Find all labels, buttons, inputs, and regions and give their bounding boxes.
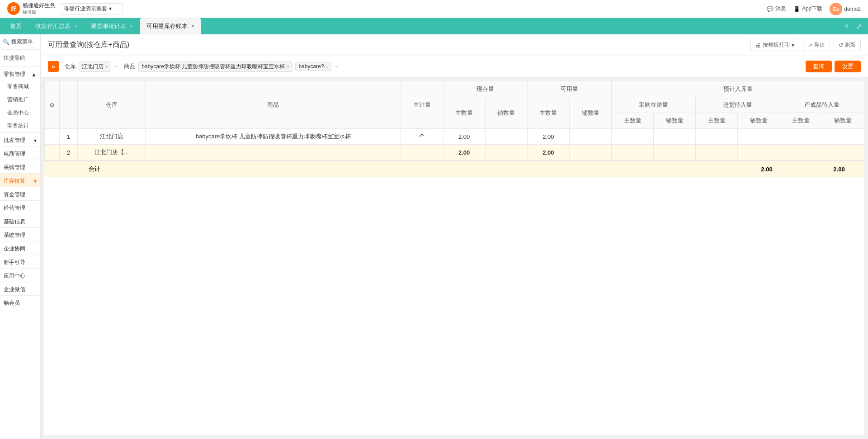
filter-toggle-button[interactable]: » bbox=[48, 61, 59, 72]
row1-pur-transit-main bbox=[612, 129, 654, 145]
logo-sub: 标准版 bbox=[23, 9, 55, 15]
product-filter-more[interactable]: ··· bbox=[334, 63, 339, 70]
col-settings-header[interactable]: ⚙ bbox=[45, 81, 60, 129]
tab-available-inventory-close[interactable]: × bbox=[191, 23, 194, 29]
message-label: 消息 bbox=[775, 5, 786, 13]
sidebar-item-member-center[interactable]: 会员中心 bbox=[0, 106, 40, 119]
main-layout: 🔍 搜索菜单 快捷导航 零售管理 ▲ 零售商城 营销推广 会员中心 零售统计 批… bbox=[0, 34, 868, 439]
product-filter-value-1: babycare学饮杯 儿童防摔防撞吸管杯重力球吸嘴杯宝宝水杯 bbox=[142, 63, 285, 71]
refresh-label: 刷新 bbox=[845, 41, 856, 49]
chevron-up-icon: ▲ bbox=[31, 71, 37, 78]
print-button[interactable]: 🖨 按模板打印 ▾ bbox=[750, 39, 799, 51]
row1-inbound-main bbox=[696, 129, 738, 145]
tab-available-inventory[interactable]: 可用量库存账本 × bbox=[140, 18, 201, 34]
product-filter-group: 商品 babycare学饮杯 儿童防摔防撞吸管杯重力球吸嘴杯宝宝水杯 × bab… bbox=[124, 61, 339, 72]
table-row: 2 江北门店【... 2.00 2.00 bbox=[45, 145, 864, 160]
sidebar-section-basic-header[interactable]: 基础信息 bbox=[0, 214, 40, 227]
sidebar-item-marketing[interactable]: 营销推广 bbox=[0, 93, 40, 106]
app-download-label: App下载 bbox=[802, 5, 822, 13]
product-filter-tag-2[interactable]: babycare?... bbox=[295, 62, 331, 71]
table-body: 1 江北门店 babycare学饮杯 儿童防摔防撞吸管杯重力球吸嘴杯宝宝水杯 个… bbox=[45, 129, 864, 160]
table-settings-icon[interactable]: ⚙ bbox=[49, 102, 55, 109]
sidebar-section-ecommerce: 电商管理 bbox=[0, 146, 40, 160]
sidebar-section-newbie-header[interactable]: 新手引导 bbox=[0, 255, 40, 268]
filter-toggle-icon: » bbox=[52, 63, 55, 70]
page-title: 可用量查询(按仓库+商品) bbox=[48, 40, 129, 50]
user-profile[interactable]: Ea demo2 bbox=[830, 3, 861, 15]
sidebar-section-operation: 经营管理 bbox=[0, 201, 40, 214]
sidebar-section-ecommerce-label: 电商管理 bbox=[4, 150, 25, 158]
sidebar-section-inventory-header[interactable]: 库存核算 ▾ bbox=[0, 174, 40, 187]
col-avail-aux-header: 辅数量 bbox=[569, 97, 611, 129]
sidebar-section-wholesale-label: 批发管理 bbox=[4, 137, 25, 144]
sidebar-item-retail-mall[interactable]: 零售商城 bbox=[0, 80, 40, 93]
row2-pur-transit-aux bbox=[654, 145, 696, 160]
col-available-header: 可用量 bbox=[527, 81, 611, 97]
tab-income-expense-close[interactable]: × bbox=[74, 23, 77, 29]
sidebar-section-operation-label: 经营管理 bbox=[4, 204, 25, 212]
sidebar-section-wholesale-header[interactable]: 批发管理 ▾ bbox=[0, 133, 40, 146]
sidebar-search[interactable]: 🔍 搜索菜单 bbox=[0, 34, 40, 50]
filter-area: » 仓库 江北门店 × ··· 商品 babycare学饮杯 儿童防摔防撞吸管杯… bbox=[41, 56, 868, 77]
logo-text: 畅捷通好生意 bbox=[23, 2, 55, 9]
refresh-button[interactable]: ↺ 刷新 bbox=[834, 39, 861, 51]
table-footer: 合计 2.00 2.00 bbox=[44, 160, 864, 177]
tab-bar: 首页 收发存汇总表 × 要货单统计表 × 可用量库存账本 × × ⤢ bbox=[0, 18, 868, 34]
warehouse-filter-close-icon[interactable]: × bbox=[105, 64, 108, 69]
close-window-icon[interactable]: × bbox=[842, 21, 851, 31]
sidebar-section-finance-header[interactable]: 资金管理 bbox=[0, 187, 40, 200]
sidebar-section-system-header[interactable]: 系统管理 bbox=[0, 228, 40, 241]
row1-avail-aux bbox=[569, 129, 611, 145]
sidebar-section-enterprise-header[interactable]: 企业协同 bbox=[0, 241, 40, 255]
sidebar-search-label: 搜索菜单 bbox=[11, 38, 33, 46]
product-filter-tag-1[interactable]: babycare学饮杯 儿童防摔防撞吸管杯重力球吸嘴杯宝宝水杯 × bbox=[138, 61, 292, 72]
table-header: ⚙ 仓库 商品 主计量 现存量 bbox=[45, 81, 864, 129]
sidebar-section-enterprise: 企业协同 bbox=[0, 241, 40, 255]
row2-pur-transit-main bbox=[612, 145, 654, 160]
product-filter-value-2: babycare?... bbox=[298, 63, 328, 70]
sidebar-section-enterprise-wechat-header[interactable]: 企业微信 bbox=[0, 282, 40, 295]
industry-selector[interactable]: 母婴行业演示账套 ▾ bbox=[60, 3, 123, 14]
tab-home-label: 首页 bbox=[10, 22, 22, 30]
sidebar-section-enterprise-label: 企业协同 bbox=[4, 245, 25, 253]
sidebar-section-ecommerce-header[interactable]: 电商管理 bbox=[0, 146, 40, 160]
sidebar-section-app-center: 应用中心 bbox=[0, 269, 40, 282]
sidebar-section-purchase-label: 采购管理 bbox=[4, 164, 25, 171]
sidebar-section-member-header[interactable]: 畅会员 bbox=[0, 296, 40, 309]
export-button[interactable]: ↗ 导出 bbox=[803, 39, 830, 51]
logo-text-area: 畅捷通好生意 标准版 bbox=[23, 2, 55, 15]
search-icon: 🔍 bbox=[3, 39, 9, 45]
app-download-button[interactable]: 📱 App下载 bbox=[793, 5, 822, 13]
query-button[interactable]: 查询 bbox=[806, 61, 832, 72]
page-actions: 🖨 按模板打印 ▾ ↗ 导出 ↺ 刷新 bbox=[750, 39, 861, 51]
sidebar-section-wholesale: 批发管理 ▾ bbox=[0, 133, 40, 146]
content-area: 可用量查询(按仓库+商品) 🖨 按模板打印 ▾ ↗ 导出 ↺ 刷新 bbox=[41, 34, 868, 439]
col-pur-transit-aux: 辅数量 bbox=[654, 113, 696, 129]
sidebar-item-quick-nav[interactable]: 快捷导航 bbox=[0, 52, 40, 65]
warehouse-filter-tag[interactable]: 江北门店 × bbox=[79, 61, 111, 72]
sidebar-item-retail-stats[interactable]: 零售统计 bbox=[0, 119, 40, 132]
sidebar-section-newbie-label: 新手引导 bbox=[4, 259, 25, 266]
sidebar-section-retail-header[interactable]: 零售管理 ▲ bbox=[0, 67, 40, 80]
sidebar-section-app-center-header[interactable]: 应用中心 bbox=[0, 269, 40, 282]
sidebar-section-operation-header[interactable]: 经营管理 bbox=[0, 201, 40, 214]
product-filter-label: 商品 bbox=[124, 62, 136, 71]
tab-order-stats-close[interactable]: × bbox=[130, 23, 133, 29]
tab-order-stats[interactable]: 要货单统计表 × bbox=[85, 18, 139, 34]
row1-avail-main: 2.00 bbox=[527, 129, 569, 145]
product-filter-close-1-icon[interactable]: × bbox=[287, 64, 289, 69]
tab-income-expense[interactable]: 收发存汇总表 × bbox=[29, 18, 84, 34]
avatar-initials: Ea bbox=[833, 6, 839, 12]
maximize-window-icon[interactable]: ⤢ bbox=[853, 21, 864, 32]
col-stock-aux-header: 辅数量 bbox=[485, 97, 527, 129]
tab-home[interactable]: 首页 bbox=[4, 18, 28, 34]
footer-avail-main: 2.00 bbox=[821, 166, 857, 173]
col-avail-main-header: 主数量 bbox=[527, 97, 569, 129]
warehouse-filter-more[interactable]: ··· bbox=[114, 63, 118, 70]
industry-selector-label: 母婴行业演示账套 bbox=[64, 5, 107, 13]
col-inbound-pending-header: 进货待入量 bbox=[696, 97, 780, 113]
settings-button[interactable]: 设置 bbox=[835, 61, 861, 72]
message-button[interactable]: 💬 消息 bbox=[767, 5, 786, 13]
sidebar: 🔍 搜索菜单 快捷导航 零售管理 ▲ 零售商城 营销推广 会员中心 零售统计 批… bbox=[0, 34, 41, 439]
sidebar-section-purchase-header[interactable]: 采购管理 bbox=[0, 160, 40, 173]
